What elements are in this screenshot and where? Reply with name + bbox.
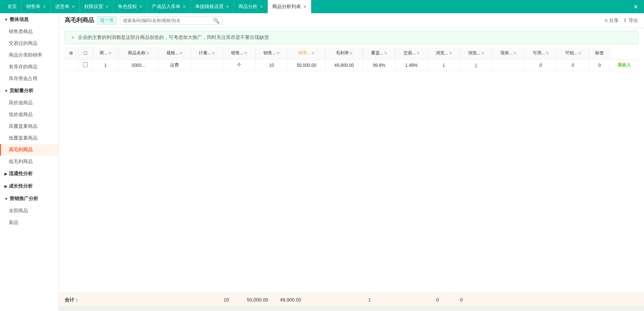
table-row: 1 0000... 运费 个 10 50,000.00 49,900.00 99… (65, 59, 638, 71)
table-wrapper: ⚙ ☐ 商...⇅ 商品名称⇅ 规格...⇅ 计量...⇅ 销售...⇅ 销售.… (59, 47, 644, 293)
row-name: 运费 (158, 59, 191, 71)
col-transactions[interactable]: 交易...⇅ (395, 47, 428, 59)
share-icon: ⎋ (605, 18, 608, 23)
sidebar-item-sales-goods[interactable]: 销售类商品 (0, 26, 58, 37)
chevron-down-icon: ▼ (4, 89, 8, 93)
col-stock-current[interactable]: 现有...⇅ (492, 47, 525, 59)
close-icon[interactable]: ✕ (139, 4, 143, 9)
content-header: 高毛利商品 近一月 🔍 ⎋ 分享 ⇪ 导出 (59, 13, 644, 28)
row-index: 1 (93, 59, 118, 71)
sidebar-item-high-margin[interactable]: 高毛利商品 (0, 144, 58, 156)
info-banner: ✦ 企业的主要的利润都是这部分商品创造的，可考虑加大推广，同时关注库存是不要出现… (65, 31, 638, 44)
row-stock-available: 0 (557, 59, 589, 71)
sidebar-group-marketing[interactable]: ▼ 营销推广分析 (0, 192, 58, 205)
tab-roles[interactable]: 角色授权 ✕ (114, 0, 147, 13)
sidebar-item-low-value[interactable]: 低价值商品 (0, 109, 58, 120)
col-stock-sellable[interactable]: 可销...⇅ (557, 47, 589, 59)
page-title: 高毛利商品 (65, 17, 94, 24)
tab-product-analysis[interactable]: 商品分析 ✕ (234, 0, 268, 13)
sidebar-item-high-value[interactable]: 高价值商品 (0, 97, 58, 109)
row-sales-cost: 49,900.00 (325, 59, 363, 71)
sidebar-item-low-margin[interactable]: 低毛利商品 (0, 156, 58, 167)
col-stock-available[interactable]: 可用...⇅ (525, 47, 557, 59)
row-settings (65, 59, 78, 71)
sidebar-item-new-goods[interactable]: 新品 (0, 217, 58, 228)
sidebar-item-all-goods[interactable]: 全部商品 (0, 205, 58, 217)
row-views2 (492, 59, 525, 71)
sidebar-item-stock-capital[interactable]: 库存资金占用 (0, 73, 58, 84)
tab-template-settings[interactable]: 单据模板设置 ✕ (191, 0, 234, 13)
footer-total: 合计： 10 50,000.00 49,900.00 1 0 0 (59, 293, 644, 307)
export-button[interactable]: ⇪ 导出 (623, 17, 638, 24)
close-icon[interactable]: ✕ (43, 4, 46, 9)
chevron-down-icon: ▼ (4, 18, 8, 22)
row-stock-current: 0 (525, 59, 557, 71)
row-checkbox[interactable] (78, 59, 93, 71)
row-coverage: 1.49% (395, 59, 428, 71)
sidebar-item-high-coverage[interactable]: 高覆盖量商品 (0, 120, 58, 132)
tab-bar: 首页 销售单 ✕ 进货单 ✕ 权限设置 ✕ 角色授权 ✕ 产成品入库单 ✕ 单据… (0, 0, 644, 13)
close-icon[interactable]: ✕ (260, 4, 263, 9)
share-button[interactable]: ⎋ 分享 (605, 17, 619, 24)
close-icon[interactable]: ✕ (226, 4, 229, 9)
footer-stock-sellable: 0 (450, 297, 472, 303)
row-spec (191, 59, 223, 71)
col-code[interactable]: 商...⇅ (93, 47, 118, 59)
col-name[interactable]: 商品名称⇅ (118, 47, 159, 59)
footer-sales-amount: 50,000.00 (241, 297, 274, 303)
sidebar-group-growth[interactable]: ▶ 成长性分析 (0, 180, 58, 192)
close-icon[interactable]: ✕ (72, 4, 75, 9)
close-icon[interactable]: ✕ (105, 4, 109, 9)
tab-bar-close-btn[interactable]: ✕ (630, 3, 641, 10)
tab-sales-order[interactable]: 销售单 ✕ (22, 0, 51, 13)
close-icon[interactable]: ✕ (303, 4, 306, 9)
period-button[interactable]: 近一月 (97, 16, 117, 25)
sidebar-item-low-coverage[interactable]: 低覆盖量商品 (0, 132, 58, 144)
tab-product-inbound[interactable]: 产成品入库单 ✕ (147, 0, 191, 13)
footer-sales-cost: 49,900.00 (274, 297, 307, 303)
sidebar-group-overall[interactable]: ▼ 整体信息 (0, 13, 58, 26)
row-gross-margin: 99.8% (363, 59, 395, 71)
tab-product-analysis-list[interactable]: 商品分析列表 ✕ (268, 0, 311, 13)
sidebar: ▼ 整体信息 销售类商品 交易过的商品 商品分类助销率 有库存的商品 库存资金占… (0, 13, 59, 311)
footer-transactions: 1 (359, 297, 381, 303)
close-icon[interactable]: ✕ (183, 4, 186, 9)
row-tag: 高收入 (610, 59, 638, 71)
col-sales-amount[interactable]: 销售...⇅ (255, 47, 288, 59)
tab-home[interactable]: 首页 (3, 0, 22, 13)
col-gross-margin[interactable]: 毛利率⇅ (325, 47, 363, 59)
footer-stock-current: 0 (425, 297, 450, 303)
col-sales-cost[interactable]: 销售...⇅ (288, 47, 325, 59)
row-stock-sellable: 0 (589, 59, 610, 71)
sidebar-group-contribution[interactable]: ▼ 贡献量分析 (0, 84, 58, 97)
col-spec[interactable]: 规格...⇅ (158, 47, 191, 59)
col-views2[interactable]: 浏览...⇅ (460, 47, 492, 59)
table-header-row: ⚙ ☐ 商...⇅ 商品名称⇅ 规格...⇅ 计量...⇅ 销售...⇅ 销售.… (65, 47, 638, 59)
col-views1[interactable]: 浏览...⇅ (428, 47, 460, 59)
col-tag: 标签 (589, 47, 610, 59)
tab-permissions[interactable]: 权限设置 ✕ (80, 0, 114, 13)
content-area: 高毛利商品 近一月 🔍 ⎋ 分享 ⇪ 导出 ✦ 企业的主要的利润都是这部分商品创… (59, 13, 644, 311)
row-views1[interactable]: 0 (460, 59, 492, 71)
search-icon[interactable]: 🔍 (213, 18, 219, 23)
col-checkbox[interactable]: ☐ (78, 47, 93, 59)
search-input[interactable] (123, 18, 213, 23)
col-sales-qty[interactable]: 销售...⇅ (223, 47, 255, 59)
col-settings[interactable]: ⚙ (65, 47, 78, 59)
sidebar-item-traded-goods[interactable]: 交易过的商品 (0, 37, 58, 49)
sidebar-group-liquidity[interactable]: ▶ 流通性分析 (0, 167, 58, 180)
col-coverage[interactable]: 覆盖...⇅ (363, 47, 395, 59)
horizontal-scrollbar[interactable] (59, 307, 644, 311)
row-sales-amount: 50,000.00 (288, 59, 325, 71)
header-actions: ⎋ 分享 ⇪ 导出 (605, 17, 638, 24)
chevron-down-icon: ▼ (4, 197, 8, 201)
data-table: ⚙ ☐ 商...⇅ 商品名称⇅ 规格...⇅ 计量...⇅ 销售...⇅ 销售.… (65, 47, 638, 71)
sidebar-item-stocked-goods[interactable]: 有库存的商品 (0, 61, 58, 73)
export-icon: ⇪ (623, 18, 627, 23)
search-box: 🔍 (120, 17, 223, 25)
tab-purchase-order[interactable]: 进货单 ✕ (51, 0, 80, 13)
col-unit[interactable]: 计量...⇅ (191, 47, 223, 59)
footer-sales-qty: 10 (212, 297, 241, 303)
row-transactions: 1 (428, 59, 460, 71)
sidebar-item-category-assist[interactable]: 商品分类助销率 (0, 49, 58, 61)
